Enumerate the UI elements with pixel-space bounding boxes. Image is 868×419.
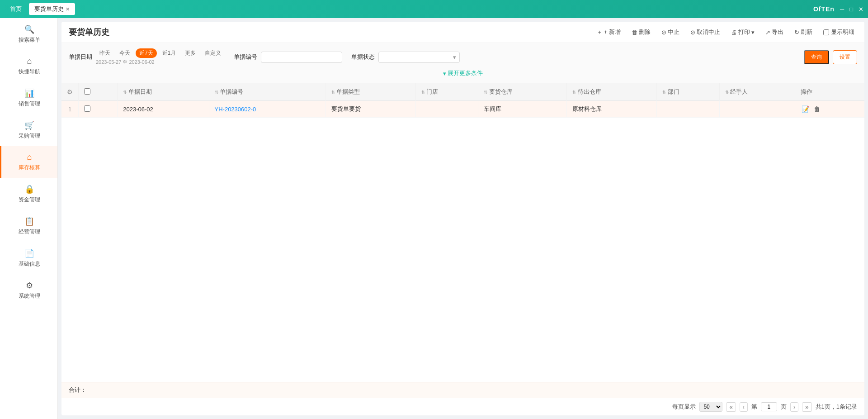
- col-dept-label: 部门: [668, 88, 679, 95]
- date-range-display: 2023-05-27 至 2023-06-02: [96, 59, 225, 66]
- delete-button[interactable]: 🗑 删除: [629, 26, 653, 38]
- sidebar-item-sales[interactable]: 📊 销售管理: [0, 82, 57, 114]
- col-handler-label: 经手人: [730, 88, 748, 95]
- page-size-label: 每页显示: [672, 403, 696, 411]
- req-warehouse-sort-icon[interactable]: ⇅: [484, 90, 487, 95]
- date-pill-1month[interactable]: 近1月: [159, 48, 180, 58]
- brand-name: OfTEn: [813, 5, 835, 13]
- export-button[interactable]: ↗ 导出: [763, 26, 786, 38]
- doc-type-sort-icon[interactable]: ⇅: [331, 90, 335, 95]
- col-doc-no: ⇅ 单据编号: [209, 83, 326, 101]
- row-doc-no: YH-20230602-0: [209, 101, 326, 118]
- table-wrapper: ⚙ ⇅ 单据日期 ⇅ 单据编号: [61, 83, 864, 382]
- column-settings-icon[interactable]: ⚙: [67, 88, 73, 95]
- sidebar-item-search-menu[interactable]: 🔍 搜索菜单: [0, 18, 57, 50]
- sum-label: 合计：: [69, 386, 86, 394]
- date-pill-more[interactable]: 更多: [181, 48, 199, 58]
- row-delete-icon[interactable]: 🗑: [813, 105, 821, 114]
- sidebar-item-basic-info[interactable]: 📄 基础信息: [0, 242, 57, 274]
- handler-sort-icon[interactable]: ⇅: [725, 90, 729, 95]
- sidebar-item-finance-label: 资金管理: [19, 196, 40, 204]
- doc-number-input[interactable]: [261, 52, 342, 63]
- date-pill-7days[interactable]: 近7天: [136, 48, 157, 58]
- status-label: 单据状态: [351, 53, 375, 61]
- tab-home[interactable]: 首页: [5, 3, 27, 15]
- row-num: 1: [61, 101, 79, 118]
- sidebar-item-ops-label: 经营管理: [19, 228, 40, 236]
- status-filter-group: 单据状态: [351, 52, 460, 63]
- row-edit-icon[interactable]: 📝: [801, 105, 810, 114]
- pending-warehouse-sort-icon[interactable]: ⇅: [572, 90, 576, 95]
- cancel-suspend-icon: ⊘: [690, 29, 695, 36]
- sidebar-item-system[interactable]: ⚙ 系统管理: [0, 274, 57, 306]
- print-button[interactable]: 🖨 打印 ▾: [728, 26, 757, 38]
- sidebar-item-inventory[interactable]: ⌂ 库存核算: [0, 146, 57, 178]
- tab-home-label: 首页: [10, 5, 22, 13]
- col-doc-type-label: 单据类型: [336, 88, 360, 95]
- col-date-label: 单据日期: [128, 88, 152, 95]
- new-button[interactable]: ＋ + 新增: [594, 26, 623, 38]
- row-doc-no-link[interactable]: YH-20230602-0: [215, 106, 256, 113]
- row-checkbox[interactable]: [84, 105, 90, 112]
- suspend-button[interactable]: ⊘ 中止: [659, 26, 682, 38]
- prev-page-button[interactable]: ‹: [740, 402, 748, 412]
- select-all-checkbox[interactable]: [84, 88, 90, 95]
- col-actions-label: 操作: [801, 88, 812, 95]
- expand-more-section: ▾ 展开更多条件: [69, 69, 857, 77]
- dept-sort-icon[interactable]: ⇅: [662, 90, 666, 95]
- sidebar-item-ops[interactable]: 📋 经营管理: [0, 210, 57, 242]
- requisition-table: ⚙ ⇅ 单据日期 ⇅ 单据编号: [61, 83, 864, 118]
- tab-close-icon[interactable]: ✕: [66, 6, 70, 12]
- page-size-select[interactable]: 10 20 50 100: [699, 402, 722, 412]
- store-sort-icon[interactable]: ⇅: [421, 90, 425, 95]
- tab-requisition-history[interactable]: 要货单历史 ✕: [29, 3, 75, 15]
- toolbar: ＋ + 新增 🗑 删除 ⊘ 中止 ⊘ 取消中止: [594, 26, 857, 38]
- query-button[interactable]: 查询: [804, 50, 829, 64]
- minimize-btn[interactable]: ─: [840, 6, 844, 13]
- status-select-wrapper: [378, 52, 460, 63]
- date-filter-label: 单据日期: [69, 53, 92, 61]
- row-handler: [719, 101, 795, 118]
- col-pending-warehouse-label: 待出仓库: [578, 88, 601, 95]
- first-page-button[interactable]: «: [726, 402, 736, 412]
- page-content: 要货单历史 ＋ + 新增 🗑 删除 ⊘ 中止 ⊘: [61, 22, 864, 415]
- settings-button[interactable]: 设置: [833, 50, 857, 64]
- show-detail-input[interactable]: [823, 29, 829, 35]
- sidebar-item-purchase-label: 采购管理: [19, 132, 40, 140]
- window-actions: OfTEn ─ □ ✕: [810, 5, 863, 13]
- row-actions: 📝 🗑: [795, 101, 864, 118]
- date-pill-today[interactable]: 今天: [116, 48, 134, 58]
- cancel-suspend-button[interactable]: ⊘ 取消中止: [688, 26, 723, 38]
- col-store-label: 门店: [426, 88, 438, 95]
- date-pill-custom[interactable]: 自定义: [201, 48, 225, 58]
- page-input[interactable]: [761, 402, 777, 411]
- col-checkbox: [79, 83, 118, 101]
- sidebar: 🔍 搜索菜单 ⌂ 快捷导航 📊 销售管理 🛒 采购管理 ⌂ 库存核算 🔒 资金管…: [0, 18, 58, 419]
- expand-more-button[interactable]: ▾ 展开更多条件: [443, 69, 483, 77]
- next-page-button[interactable]: ›: [790, 402, 798, 412]
- doc-no-sort-icon[interactable]: ⇅: [215, 90, 218, 95]
- date-pill-yesterday[interactable]: 昨天: [96, 48, 114, 58]
- refresh-button[interactable]: ↻ 刷新: [792, 26, 815, 38]
- show-detail-checkbox[interactable]: 显示明细: [821, 26, 857, 38]
- row-store: [415, 101, 478, 118]
- maximize-btn[interactable]: □: [849, 6, 853, 13]
- sidebar-item-purchase[interactable]: 🛒 采购管理: [0, 114, 57, 146]
- delete-label: 删除: [639, 28, 651, 36]
- col-settings: ⚙: [61, 83, 79, 101]
- date-pills: 昨天 今天 近7天 近1月 更多 自定义: [96, 48, 225, 58]
- sidebar-item-search-menu-label: 搜索菜单: [19, 36, 40, 44]
- page-title: 要货单历史: [69, 27, 109, 38]
- export-icon: ↗: [765, 29, 770, 36]
- sidebar-item-finance[interactable]: 🔒 资金管理: [0, 178, 57, 210]
- status-select[interactable]: [378, 52, 460, 63]
- table-header-row: ⚙ ⇅ 单据日期 ⇅ 单据编号: [61, 83, 864, 101]
- sidebar-item-inventory-label: 库存核算: [19, 164, 40, 171]
- sidebar-item-quick-nav[interactable]: ⌂ 快捷导航: [0, 50, 57, 82]
- col-req-warehouse-label: 要货仓库: [489, 88, 513, 95]
- date-sort-icon[interactable]: ⇅: [123, 90, 127, 95]
- new-icon: ＋: [597, 28, 603, 36]
- last-page-button[interactable]: »: [802, 402, 811, 412]
- close-btn[interactable]: ✕: [859, 6, 863, 13]
- print-icon: 🖨: [731, 29, 737, 36]
